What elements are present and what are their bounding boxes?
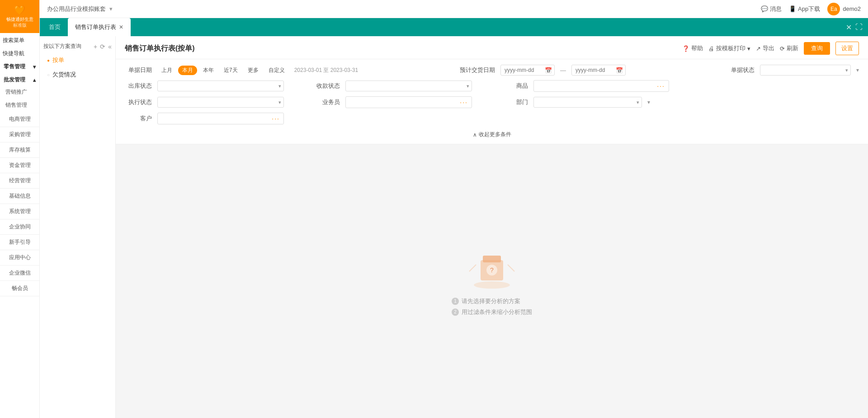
dept-label: 部门: [501, 98, 528, 106]
tab-bar-actions: ✕ ⛶: [846, 23, 866, 32]
status-select[interactable]: [760, 65, 851, 76]
sidebar-item-inventory[interactable]: 库存核算: [0, 142, 39, 158]
message-button[interactable]: 💬 消息: [761, 5, 782, 13]
sidebar-shortcut[interactable]: 快捷导航: [0, 46, 39, 59]
exec-status-label: 执行状态: [125, 98, 152, 106]
filter-row-4: 客户 ···: [125, 113, 859, 124]
logo-icon: 🧡: [14, 5, 25, 15]
svg-point-0: [474, 281, 510, 289]
scheme-item-by-debt[interactable]: ○ 欠货情况: [40, 67, 115, 82]
avatar: Ea: [827, 3, 840, 15]
print-icon: 🖨: [708, 45, 714, 52]
tab-close-all-button[interactable]: ✕: [846, 23, 852, 32]
app-download-button[interactable]: 📱 App下载: [789, 5, 820, 13]
tab-close-icon[interactable]: ✕: [119, 24, 123, 30]
sidebar-item-business[interactable]: 经营管理: [0, 173, 39, 189]
sidebar-item-member[interactable]: 畅会员: [0, 281, 39, 296]
filter-section: 单据日期 上月 本月 本年 近7天 更多 自定义 2023-03-01 至 20…: [116, 59, 868, 144]
quick-btn-last-month[interactable]: 上月: [157, 65, 176, 76]
breadcrumb-chevron-icon[interactable]: ▾: [109, 5, 113, 12]
customer-input[interactable]: [161, 115, 272, 122]
salesman-input-wrapper: ···: [345, 96, 472, 108]
scheme-active-dot: ●: [47, 58, 50, 63]
sidebar: 🧡 畅捷通好生意 标准版 搜索菜单 快捷导航 零售管理 ▾ 批发管理 ▴ 营销推…: [0, 0, 40, 418]
exec-status-select[interactable]: [157, 97, 284, 108]
refresh-scheme-button[interactable]: ⟳: [100, 43, 105, 50]
export-button[interactable]: ↗ 导出: [756, 44, 774, 52]
tab-maximize-button[interactable]: ⛶: [855, 23, 863, 31]
sidebar-item-marketing[interactable]: 营销推广: [0, 86, 39, 99]
expected-date-end-input[interactable]: [571, 65, 626, 76]
status-expand-icon: ▾: [856, 67, 859, 73]
quick-btn-this-year[interactable]: 本年: [199, 65, 218, 76]
receive-status-select[interactable]: [345, 81, 472, 91]
receive-status-wrapper: [345, 81, 472, 91]
sidebar-item-ecommerce[interactable]: 电商管理: [0, 112, 39, 127]
sidebar-item-wechat[interactable]: 企业微信: [0, 266, 39, 281]
sidebar-item-enterprise[interactable]: 企业协同: [0, 219, 39, 235]
breadcrumb-area: 办公用品行业模拟账套 ▾: [47, 5, 113, 13]
settings-button[interactable]: 设置: [835, 42, 859, 55]
tab-home[interactable]: 首页: [42, 18, 68, 36]
dept-select[interactable]: [533, 97, 642, 108]
scheme-item-by-order[interactable]: ● 按单: [40, 53, 115, 67]
product-input[interactable]: [538, 83, 657, 89]
expected-date-end-wrapper: 📅: [571, 65, 626, 76]
quick-btn-custom[interactable]: 自定义: [264, 65, 289, 76]
quick-btn-more[interactable]: 更多: [244, 65, 263, 76]
help-button[interactable]: ❓ 帮助: [682, 44, 703, 52]
sidebar-item-appstore[interactable]: 应用中心: [0, 250, 39, 266]
quick-btn-7days[interactable]: 近7天: [220, 65, 242, 76]
message-icon: 💬: [761, 5, 768, 12]
user-name: demo2: [843, 5, 861, 12]
customer-input-wrapper: ···: [157, 113, 284, 124]
export-icon: ↗: [756, 45, 761, 52]
add-scheme-button[interactable]: +: [94, 43, 97, 50]
page-title: 销售订单执行表(按单): [125, 44, 195, 53]
out-status-label: 出库状态: [125, 82, 152, 90]
refresh-button[interactable]: ⟳ 刷新: [780, 44, 798, 52]
empty-icon: ?: [465, 247, 519, 292]
salesman-input[interactable]: [349, 99, 460, 105]
sidebar-item-wholesale[interactable]: 批发管理 ▴: [0, 72, 39, 86]
svg-rect-2: [483, 256, 501, 262]
quick-btn-this-month[interactable]: 本月: [178, 66, 197, 75]
expected-date-start-input[interactable]: [500, 65, 555, 76]
tip-num-1: 1: [452, 298, 459, 305]
logo-sub: 标准版: [13, 22, 27, 28]
tab-sales-order[interactable]: 销售订单执行表 ✕: [68, 18, 131, 36]
search-button[interactable]: 查询: [804, 42, 830, 55]
product-more-icon[interactable]: ···: [657, 82, 665, 90]
main: 办公用品行业模拟账套 ▾ 💬 消息 📱 App下载 Ea demo2 首页 销售…: [40, 0, 868, 418]
sidebar-item-newbie[interactable]: 新手引导: [0, 235, 39, 250]
collapse-label: 收起更多条件: [479, 131, 511, 138]
sidebar-search[interactable]: 搜索菜单: [0, 33, 39, 46]
sidebar-item-basic[interactable]: 基础信息: [0, 189, 39, 204]
print-chevron-icon: ▾: [747, 45, 750, 52]
filter-row-3: 执行状态 业务员 ··· 部门: [125, 96, 859, 108]
sidebar-item-finance[interactable]: 资金管理: [0, 158, 39, 173]
logo-text: 畅捷通好生意: [6, 16, 33, 22]
collapse-panel-button[interactable]: «: [108, 43, 112, 50]
tab-bar: 首页 销售订单执行表 ✕ ✕ ⛶: [40, 18, 868, 36]
customer-more-icon[interactable]: ···: [272, 115, 280, 122]
sidebar-item-sales[interactable]: 销售管理: [0, 99, 39, 112]
tip-text-2: 用过滤条件来缩小分析范围: [462, 308, 532, 316]
top-header: 办公用品行业模拟账套 ▾ 💬 消息 📱 App下载 Ea demo2: [40, 0, 868, 18]
dept-wrapper: [533, 97, 642, 108]
receive-status-label: 收款状态: [313, 82, 340, 90]
collapse-button[interactable]: ∧ 收起更多条件: [125, 129, 859, 140]
top-header-actions: 💬 消息 📱 App下载 Ea demo2: [761, 3, 861, 15]
sidebar-item-retail[interactable]: 零售管理 ▾: [0, 59, 39, 72]
product-label: 商品: [501, 82, 528, 90]
left-panel-icons: + ⟳ «: [94, 43, 112, 50]
sidebar-item-system[interactable]: 系统管理: [0, 204, 39, 219]
print-button[interactable]: 🖨 按模板打印 ▾: [708, 44, 750, 52]
empty-state: ? 1 请先选择要分析的方案 2 用过滤条件来缩小分析范围: [116, 144, 868, 418]
sidebar-item-purchase[interactable]: 采购管理: [0, 127, 39, 142]
scheme-inactive-dot: ○: [47, 72, 50, 77]
salesman-more-icon[interactable]: ···: [460, 99, 468, 106]
breadcrumb: 办公用品行业模拟账套: [47, 5, 106, 13]
out-status-select[interactable]: [157, 81, 284, 91]
user-menu[interactable]: Ea demo2: [827, 3, 861, 15]
